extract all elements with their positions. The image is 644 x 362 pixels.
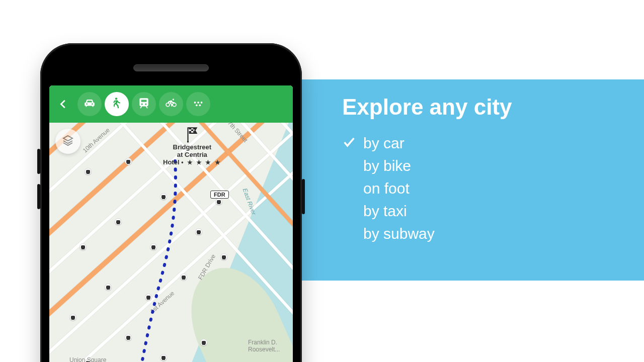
mode-car[interactable] — [77, 92, 102, 116]
promo-item-label: on foot — [363, 180, 410, 197]
place-label: Union Square — [69, 356, 106, 362]
promo-item-label: by subway — [363, 225, 435, 242]
transit-stop-icon — [200, 339, 207, 346]
mode-walk[interactable] — [105, 92, 129, 116]
svg-rect-9 — [193, 131, 195, 133]
bike-icon — [165, 97, 178, 112]
svg-point-4 — [199, 104, 201, 106]
transport-mode-group — [77, 92, 210, 116]
place-label: Roosevelt... — [248, 346, 280, 353]
transit-stop-icon — [69, 314, 76, 321]
destination-name-line: Hotel — [163, 158, 180, 166]
layers-icon — [62, 134, 74, 148]
promo-list: by car by bike on foot by taxi by subway — [342, 132, 644, 245]
transit-stop-icon — [125, 158, 132, 165]
promo-item: by bike — [342, 154, 644, 177]
svg-point-2 — [201, 102, 203, 104]
promo-item-label: by bike — [363, 157, 411, 174]
layers-button[interactable] — [55, 129, 80, 154]
svg-point-0 — [194, 102, 196, 104]
destination-marker[interactable]: Bridgestreet at Centria Hotel • ★ ★ ★ ★ — [163, 126, 221, 166]
car-icon — [83, 97, 96, 112]
promo-item-label: by taxi — [363, 203, 407, 219]
transit-stop-icon — [160, 193, 167, 200]
destination-name-line: Bridgestreet — [173, 143, 212, 151]
destination-rating: • ★ ★ ★ ★ — [181, 159, 221, 166]
phone-power-button — [302, 179, 305, 214]
destination-name: Bridgestreet at Centria Hotel • ★ ★ ★ ★ — [163, 144, 221, 166]
back-button[interactable] — [53, 94, 73, 114]
transit-stop-icon — [220, 253, 227, 260]
promo-item-label: by car — [363, 135, 405, 151]
transit-stop-icon — [145, 294, 152, 301]
promo-item: by car — [342, 132, 644, 154]
app-topbar — [49, 85, 293, 123]
transit-stop-icon — [115, 218, 122, 225]
place-label: Franklin D. — [248, 339, 277, 346]
svg-point-3 — [196, 104, 198, 106]
svg-point-10 — [187, 141, 189, 142]
transit-stop-icon — [195, 228, 202, 235]
promo-item: by taxi — [342, 200, 644, 222]
transit-stop-icon — [79, 243, 87, 250]
phone-frame: 10th Avenue East 57th Street East River … — [40, 43, 302, 362]
transit-stop-icon — [125, 334, 132, 341]
phone-screen: 10th Avenue East 57th Street East River … — [49, 85, 293, 362]
check-icon — [342, 133, 356, 147]
svg-rect-8 — [189, 131, 191, 133]
transit-stop-icon — [160, 354, 167, 361]
walk-icon — [110, 97, 123, 112]
route-shield: FDR — [210, 191, 229, 199]
svg-rect-7 — [191, 129, 193, 131]
promo-headline: Explore any city — [342, 95, 644, 120]
street-label: 1st Avenue — [149, 290, 176, 315]
transit-stop-icon — [85, 168, 92, 175]
promo-band: Explore any city by car by bike on foot … — [272, 79, 644, 281]
transit-stop-icon — [215, 198, 222, 205]
phone-volume-down — [37, 184, 40, 209]
transit-stop-icon — [105, 284, 112, 291]
phone-speaker — [133, 64, 209, 71]
transit-stop-icon — [150, 243, 157, 250]
promo-item: on foot — [342, 177, 644, 200]
svg-rect-6 — [193, 128, 195, 129]
phone-volume-up — [37, 149, 40, 174]
mode-taxi[interactable] — [186, 92, 210, 116]
train-icon — [137, 97, 150, 112]
promo-item: by subway — [342, 222, 644, 245]
svg-point-1 — [197, 102, 199, 104]
mode-bike[interactable] — [159, 92, 183, 116]
transit-stop-icon — [180, 274, 187, 281]
destination-name-line: at Centria — [177, 151, 207, 158]
taxi-icon — [192, 97, 205, 112]
map-canvas[interactable]: 10th Avenue East 57th Street East River … — [49, 123, 293, 362]
mode-transit[interactable] — [132, 92, 156, 116]
svg-rect-5 — [189, 128, 191, 129]
